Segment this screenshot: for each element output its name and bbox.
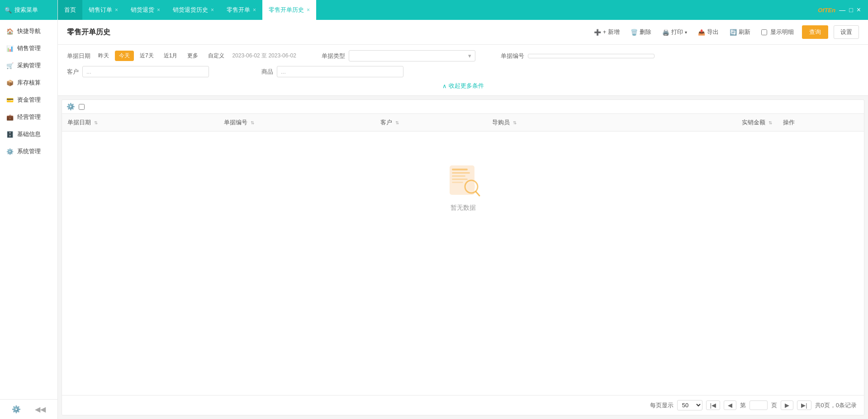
select-all-checkbox[interactable] xyxy=(79,104,85,110)
tab-sales-return[interactable]: 销货退货 × xyxy=(124,0,166,20)
svg-point-7 xyxy=(467,183,475,191)
add-btn[interactable]: ➕ + 新增 xyxy=(591,26,622,38)
display-detail-checkbox[interactable] xyxy=(761,29,767,35)
settings-btn[interactable]: 设置 xyxy=(834,25,859,39)
pagination: 每页显示 10 20 50 100 |◀ ◀ 第 1 页 ▶ ▶| 共0页，0条… xyxy=(62,395,864,415)
tab-sales-order-label: 销售订单 xyxy=(89,6,112,14)
maximize-btn[interactable]: □ xyxy=(849,6,853,14)
settings-icon-btn[interactable]: ⚙️ xyxy=(12,405,21,414)
box-icon: 📦 xyxy=(6,79,14,86)
next-page-btn[interactable]: ▶ xyxy=(781,400,793,410)
date-last-month-btn[interactable]: 近1月 xyxy=(160,51,182,61)
home-icon: 🏠 xyxy=(6,28,14,35)
wallet-icon: 💳 xyxy=(6,96,14,104)
col-date-sort-icon: ⇅ xyxy=(94,120,98,125)
database-icon: 🗄️ xyxy=(6,131,14,138)
svg-rect-5 xyxy=(452,182,463,183)
doc-no-input[interactable] xyxy=(528,54,655,58)
table-container: 单据日期 ⇅ 单据编号 ⇅ 客户 ⇅ xyxy=(62,114,864,395)
sidebar-item-label: 采购管理 xyxy=(17,61,41,70)
col-no[interactable]: 单据编号 ⇅ xyxy=(218,114,375,132)
collapse-sidebar-btn[interactable]: ◀◀ xyxy=(35,405,46,414)
col-guide-sort-icon: ⇅ xyxy=(513,120,517,125)
empty-illustration xyxy=(441,159,486,204)
tab-sales-return-history-close[interactable]: × xyxy=(211,7,214,13)
prev-page-btn[interactable]: ◀ xyxy=(724,400,736,410)
export-btn[interactable]: 📤 导出 xyxy=(695,26,721,38)
type-select[interactable]: ▾ xyxy=(349,50,475,61)
tab-sales-order-close[interactable]: × xyxy=(115,7,118,13)
print-arrow-icon: ▾ xyxy=(685,30,687,35)
sidebar-item-purchase-mgmt[interactable]: 🛒 采购管理 xyxy=(0,57,57,74)
briefcase-icon: 💼 xyxy=(6,113,14,121)
col-customer[interactable]: 客户 ⇅ xyxy=(375,114,487,132)
date-custom-btn[interactable]: 自定义 xyxy=(204,51,228,61)
first-page-btn[interactable]: |◀ xyxy=(706,400,720,410)
sidebar-menu: 🏠 快捷导航 📊 销售管理 🛒 采购管理 📦 库存核算 💳 资金管理 💼 经营管… xyxy=(0,20,57,399)
query-btn[interactable]: 查询 xyxy=(802,25,828,39)
col-action: 操作 xyxy=(778,114,864,132)
app-title-label: OfTEn xyxy=(818,7,835,14)
sidebar-item-label: 销售管理 xyxy=(17,44,41,52)
collapse-filter-btn[interactable]: ∧ 收起更多条件 xyxy=(67,82,859,90)
type-label: 单据类型 xyxy=(322,52,345,60)
date-more-btn[interactable]: 更多 xyxy=(183,51,202,61)
customer-input[interactable]: ... xyxy=(82,66,209,77)
tab-sales-return-history[interactable]: 销货退货历史 × xyxy=(166,0,220,20)
sidebar-item-label: 基础信息 xyxy=(17,130,41,138)
table-header: 单据日期 ⇅ 单据编号 ⇅ 客户 ⇅ xyxy=(62,114,864,132)
product-input[interactable]: ... xyxy=(277,66,403,77)
close-btn-window[interactable]: × xyxy=(857,6,861,14)
delete-icon: 🗑️ xyxy=(631,29,638,36)
tab-retail-open-history-label: 零售开单历史 xyxy=(269,6,304,14)
tab-retail-open-history[interactable]: 零售开单历史 × xyxy=(262,0,316,20)
add-icon: ➕ xyxy=(594,29,601,36)
search-icon: 🔍 xyxy=(5,7,12,14)
sidebar-item-label: 库存核算 xyxy=(17,79,41,87)
tab-sales-return-history-label: 销货退货历史 xyxy=(173,6,208,14)
sidebar-search[interactable]: 🔍 搜索菜单 xyxy=(0,0,57,20)
print-btn[interactable]: 🖨️ 打印 ▾ xyxy=(659,26,690,38)
data-table: 单据日期 ⇅ 单据编号 ⇅ 客户 ⇅ xyxy=(62,114,864,132)
page-number-input[interactable]: 1 xyxy=(749,400,768,410)
minimize-btn[interactable]: — xyxy=(839,6,845,14)
col-no-sort-icon: ⇅ xyxy=(251,120,254,125)
tab-retail-open-label: 零售开单 xyxy=(227,6,250,14)
sidebar-item-quick-nav[interactable]: 🏠 快捷导航 xyxy=(0,23,57,40)
col-amount-sort-icon: ⇅ xyxy=(768,120,772,125)
export-icon: 📤 xyxy=(698,29,705,36)
date-last7-btn[interactable]: 近7天 xyxy=(136,51,158,61)
tab-home-label: 首页 xyxy=(64,6,76,14)
col-guide[interactable]: 导购员 ⇅ xyxy=(487,114,621,132)
display-detail-btn[interactable]: 显示明细 xyxy=(759,26,797,38)
sidebar-item-inventory[interactable]: 📦 库存核算 xyxy=(0,74,57,91)
col-date[interactable]: 单据日期 ⇅ xyxy=(62,114,218,132)
doc-no-label: 单据编号 xyxy=(501,52,524,60)
col-customer-sort-icon: ⇅ xyxy=(395,120,399,125)
svg-line-8 xyxy=(476,192,479,196)
date-today-btn[interactable]: 今天 xyxy=(115,51,134,61)
table-settings-icon[interactable]: ⚙️ xyxy=(66,103,75,111)
last-page-btn[interactable]: ▶| xyxy=(797,400,811,410)
date-yesterday-btn[interactable]: 昨天 xyxy=(94,51,113,61)
sidebar-item-basic-info[interactable]: 🗄️ 基础信息 xyxy=(0,126,57,143)
sidebar-item-finance[interactable]: 💳 资金管理 xyxy=(0,91,57,108)
type-filter-group: 单据类型 ▾ xyxy=(322,50,475,61)
sidebar-search-label: 搜索菜单 xyxy=(14,6,38,14)
tab-sales-order[interactable]: 销售订单 × xyxy=(82,0,124,20)
delete-btn[interactable]: 🗑️ 删除 xyxy=(628,26,654,38)
tab-sales-return-close[interactable]: × xyxy=(157,7,160,13)
sidebar-item-sales-mgmt[interactable]: 📊 销售管理 xyxy=(0,40,57,57)
col-amount[interactable]: 实销金额 ⇅ xyxy=(621,114,778,132)
refresh-btn[interactable]: 🔄 刷新 xyxy=(727,26,753,38)
tab-retail-open-history-close[interactable]: × xyxy=(307,7,310,13)
sidebar-item-operations[interactable]: 💼 经营管理 xyxy=(0,108,57,126)
sidebar-item-system[interactable]: ⚙️ 系统管理 xyxy=(0,143,57,160)
tab-retail-open-close[interactable]: × xyxy=(253,7,256,13)
per-page-select[interactable]: 10 20 50 100 xyxy=(677,400,702,410)
refresh-icon: 🔄 xyxy=(730,29,737,36)
tab-home[interactable]: 首页 xyxy=(58,0,82,20)
customer-label: 客户 xyxy=(67,68,79,76)
empty-state: 暂无数据 xyxy=(62,132,864,239)
tab-retail-open[interactable]: 零售开单 × xyxy=(220,0,262,20)
